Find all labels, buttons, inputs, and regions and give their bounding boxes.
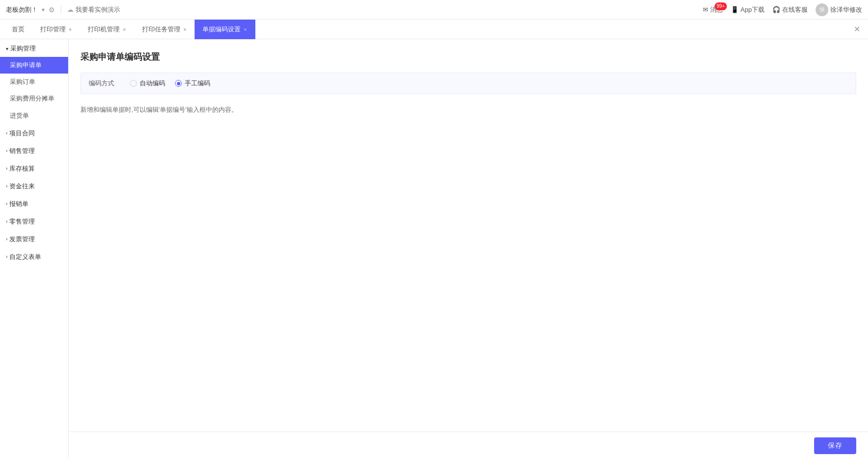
tab-bar-end: ✕ — [850, 25, 864, 34]
auto-code-option[interactable]: 自动编码 — [130, 79, 165, 88]
content-area: 采购申请单编码设置 编码方式 自动编码 手工编码 新增和编辑单据时,可以编辑'单… — [69, 39, 868, 459]
sidebar-group-label: 采购管理 — [10, 44, 36, 53]
manual-code-label: 手工编码 — [185, 79, 210, 88]
coding-method-row: 编码方式 自动编码 手工编码 — [80, 73, 856, 94]
sidebar-item-purchase-order[interactable]: 采购订单 — [0, 74, 68, 90]
message-button[interactable]: ✉ 消息 99+ — [703, 5, 723, 14]
sidebar-group-retail: › 零售管理 — [0, 212, 68, 230]
chevron-right-icon: › — [6, 183, 7, 189]
chevron-right-icon: › — [6, 148, 7, 153]
sidebar-group-label: 资金往来 — [9, 182, 35, 191]
demo-text: 我要看实例演示 — [75, 5, 120, 14]
sidebar-group-title-invoice[interactable]: › 发票管理 — [0, 230, 68, 248]
sidebar-item-purchase-request[interactable]: 采购申请单 — [0, 57, 68, 74]
tab-label: 打印任务管理 — [142, 25, 180, 34]
tab-bar: 首页 打印管理 × 打印机管理 × 打印任务管理 × 单据编码设置 × ✕ — [0, 20, 868, 39]
coding-method-label: 编码方式 — [89, 79, 118, 88]
headset-icon: 🎧 — [772, 6, 780, 13]
radio-group: 自动编码 手工编码 — [130, 79, 210, 88]
sidebar-group-inventory: › 库存核算 — [0, 159, 68, 177]
username: 徐泽华修改 — [830, 5, 862, 14]
sidebar-group-title-project[interactable]: › 项目合同 — [0, 124, 68, 142]
manual-code-option[interactable]: 手工编码 — [175, 79, 210, 88]
sidebar-group-title-sales[interactable]: › 销售管理 — [0, 142, 68, 159]
cloud-icon: ☁ — [67, 6, 74, 13]
sidebar-group-label: 发票管理 — [9, 235, 35, 244]
top-bar-right: ✉ 消息 99+ 📱 App下载 🎧 在线客服 徐 徐泽华修改 — [703, 3, 862, 16]
chevron-down-icon[interactable]: ▾ — [42, 6, 45, 13]
sidebar-group-funds: › 资金往来 — [0, 177, 68, 195]
chevron-right-icon: › — [6, 254, 7, 259]
sidebar-group-title-custom[interactable]: › 自定义表单 — [0, 248, 68, 265]
footer-bar: 保存 — [69, 432, 868, 459]
chevron-down-icon: ▾ — [6, 46, 8, 51]
user-profile-button[interactable]: 徐 徐泽华修改 — [816, 3, 862, 16]
tab-close-icon[interactable]: × — [183, 26, 186, 32]
sidebar-group-sales: › 销售管理 — [0, 142, 68, 159]
sidebar-group-title-retail[interactable]: › 零售管理 — [0, 212, 68, 230]
online-service-label: 在线客服 — [782, 5, 808, 14]
tab-single-code[interactable]: 单据编码设置 × — [195, 20, 255, 39]
divider — [61, 6, 61, 14]
sidebar-group-title-funds[interactable]: › 资金往来 — [0, 177, 68, 195]
app-icon: 📱 — [731, 6, 739, 13]
tab-home[interactable]: 首页 — [4, 20, 32, 39]
chevron-right-icon: › — [6, 236, 7, 242]
chevron-right-icon: › — [6, 130, 7, 136]
top-bar: 老板勿割！ ▾ ⚙ ☁ 我要看实例演示 ✉ 消息 99+ 📱 App下载 🎧 在… — [0, 0, 868, 20]
sidebar-group-label: 库存核算 — [9, 164, 35, 173]
manual-code-radio[interactable] — [175, 80, 182, 87]
chevron-right-icon: › — [6, 201, 7, 206]
sidebar-group-purchase: ▾ 采购管理 采购申请单 采购订单 采购费用分摊单 进货单 — [0, 39, 68, 124]
window-close-button[interactable]: ✕ — [850, 25, 864, 34]
page-title: 采购申请单编码设置 — [80, 51, 856, 63]
sidebar-item-purchase-expense[interactable]: 采购费用分摊单 — [0, 90, 68, 107]
sidebar-group-label: 项目合同 — [9, 129, 35, 138]
chevron-right-icon: › — [6, 166, 7, 171]
sidebar-item-stock-in[interactable]: 进货单 — [0, 107, 68, 124]
sidebar-group-returns: › 报销单 — [0, 195, 68, 212]
sidebar: ▾ 采购管理 采购申请单 采购订单 采购费用分摊单 进货单 › 项目合同 › 销… — [0, 39, 69, 459]
message-badge: 99+ — [715, 2, 727, 10]
sidebar-group-label: 报销单 — [9, 200, 28, 208]
tab-print-mgmt[interactable]: 打印管理 × — [32, 20, 80, 39]
chevron-right-icon: › — [6, 219, 7, 224]
auto-code-label: 自动编码 — [140, 79, 165, 88]
tab-label: 单据编码设置 — [202, 25, 241, 34]
app-download-label: App下载 — [741, 5, 765, 14]
tab-close-icon[interactable]: × — [69, 26, 72, 32]
sidebar-group-label: 销售管理 — [9, 147, 35, 155]
sidebar-group-title-inventory[interactable]: › 库存核算 — [0, 159, 68, 177]
message-icon: ✉ — [703, 6, 708, 13]
sidebar-group-project: › 项目合同 — [0, 124, 68, 142]
content-body: 采购申请单编码设置 编码方式 自动编码 手工编码 新增和编辑单据时,可以编辑'单… — [69, 39, 868, 432]
avatar: 徐 — [816, 3, 828, 16]
tab-close-icon[interactable]: × — [244, 26, 247, 32]
app-download-button[interactable]: 📱 App下载 — [731, 5, 765, 14]
tab-label: 打印管理 — [40, 25, 66, 34]
tab-print-task[interactable]: 打印任务管理 × — [134, 20, 195, 39]
tab-label: 打印机管理 — [88, 25, 120, 34]
sidebar-group-custom: › 自定义表单 — [0, 248, 68, 265]
sidebar-group-invoice: › 发票管理 — [0, 230, 68, 248]
demo-link[interactable]: ☁ 我要看实例演示 — [67, 5, 120, 14]
gear-icon[interactable]: ⚙ — [49, 6, 55, 14]
sidebar-group-title-returns[interactable]: › 报销单 — [0, 195, 68, 212]
sidebar-group-label: 零售管理 — [9, 217, 35, 226]
tab-printer-mgmt[interactable]: 打印机管理 × — [80, 20, 134, 39]
info-text: 新增和编辑单据时,可以编辑'单据编号'输入框中的内容。 — [80, 104, 856, 115]
main-layout: ▾ 采购管理 采购申请单 采购订单 采购费用分摊单 进货单 › 项目合同 › 销… — [0, 39, 868, 459]
tab-close-icon[interactable]: × — [123, 26, 125, 32]
sidebar-group-title-purchase[interactable]: ▾ 采购管理 — [0, 39, 68, 57]
brand-text: 老板勿割！ — [6, 5, 38, 14]
save-button[interactable]: 保存 — [814, 437, 856, 454]
top-bar-left: 老板勿割！ ▾ ⚙ ☁ 我要看实例演示 — [6, 5, 120, 14]
sidebar-group-label: 自定义表单 — [9, 253, 41, 261]
auto-code-radio[interactable] — [130, 80, 137, 87]
online-service-button[interactable]: 🎧 在线客服 — [772, 5, 808, 14]
